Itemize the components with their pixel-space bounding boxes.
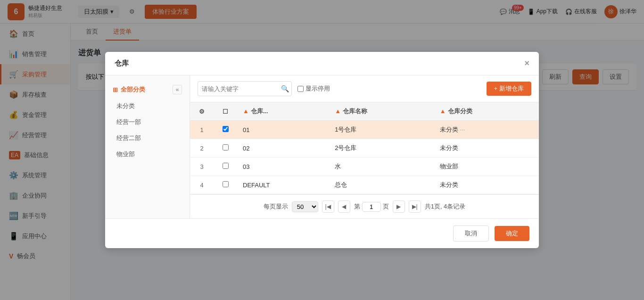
table-row[interactable]: 2 02 2号仓库 未分类 (190, 139, 539, 158)
col-name: ▲仓库名称 (329, 102, 434, 121)
table-header-row: ⚙ ☐ ▲仓库... ▲仓库名称 ▲仓库分类 (190, 102, 539, 121)
data-table: ⚙ ☐ ▲仓库... ▲仓库名称 ▲仓库分类 1 01 1号仓库 未分类 ··· (190, 102, 539, 194)
per-page-label: 每页显示 (264, 202, 288, 211)
row-category: 未分类 (434, 139, 539, 158)
col-settings: ⚙ (190, 102, 214, 121)
row-code: 01 (237, 121, 329, 139)
category-item-dept1[interactable]: 经营一部 (105, 114, 190, 130)
collapse-button[interactable]: « (173, 85, 182, 94)
row-name: 水 (329, 158, 434, 176)
table-panel: 🔍 显示停用 + 新增仓库 ⚙ ☐ (190, 75, 539, 218)
row-index: 4 (190, 176, 214, 194)
next-page-button[interactable]: ▶ (393, 200, 405, 213)
row-menu-button[interactable]: ··· (460, 126, 465, 133)
all-category-label: 全部分类 (121, 85, 145, 94)
page-suffix-label: 页 (383, 202, 389, 211)
cancel-button[interactable]: 取消 (453, 225, 489, 242)
modal-header: 仓库 × (105, 52, 539, 75)
page-size-select: 50 10 20 100 (292, 201, 318, 212)
row-checkbox[interactable] (214, 139, 237, 158)
row-name: 1号仓库 (329, 121, 434, 139)
category-panel: ⊞ 全部分类 « 未分类 经营一部 经营二部 物业部 (105, 75, 190, 218)
modal-overlay: 仓库 × ⊞ 全部分类 « 未分类 经营一部 经营二部 (0, 0, 644, 300)
page-prefix-label: 第 (354, 202, 360, 211)
table-row[interactable]: 3 03 水 物业部 (190, 158, 539, 176)
category-item-dept2[interactable]: 经营二部 (105, 130, 190, 146)
search-icon[interactable]: 🔍 (281, 85, 289, 92)
first-page-button[interactable]: |◀ (322, 200, 334, 213)
col-code: ▲仓库... (237, 102, 329, 121)
category-label-dept2: 经营二部 (116, 134, 141, 142)
all-category-item[interactable]: ⊞ 全部分类 « (105, 81, 190, 98)
total-info: 共1页, 4条记录 (425, 202, 466, 211)
row-checkbox[interactable] (214, 121, 237, 139)
warehouse-modal: 仓库 × ⊞ 全部分类 « 未分类 经营一部 经营二部 (105, 52, 539, 248)
row-category: 未分类 ··· (434, 121, 539, 139)
row-index: 1 (190, 121, 214, 139)
table-row[interactable]: 4 DEFAULT 总仓 未分类 (190, 176, 539, 194)
row-checkbox[interactable] (214, 176, 237, 194)
row-code: 03 (237, 158, 329, 176)
modal-footer: 取消 确定 (105, 218, 539, 248)
col-checkbox: ☐ (214, 102, 237, 121)
row-code: 02 (237, 139, 329, 158)
row-index: 2 (190, 139, 214, 158)
table-toolbar: 🔍 显示停用 + 新增仓库 (190, 75, 539, 102)
show-disabled-area: 显示停用 (297, 84, 330, 93)
row-category: 未分类 (434, 176, 539, 194)
confirm-button[interactable]: 确定 (495, 226, 529, 241)
row-index: 3 (190, 158, 214, 176)
row-checkbox[interactable] (214, 158, 237, 176)
search-input[interactable] (202, 85, 281, 92)
page-size-dropdown[interactable]: 50 10 20 100 (292, 201, 318, 212)
row-name: 2号仓库 (329, 139, 434, 158)
category-item-property[interactable]: 物业部 (105, 146, 190, 162)
category-label-unclassified: 未分类 (116, 102, 135, 109)
search-box: 🔍 (198, 81, 292, 96)
add-warehouse-button[interactable]: + 新增仓库 (487, 82, 531, 96)
last-page-button[interactable]: ▶| (409, 200, 421, 213)
page-number-input[interactable] (362, 202, 381, 212)
row-code: DEFAULT (237, 176, 329, 194)
col-category: ▲仓库分类 (434, 102, 539, 121)
modal-close-button[interactable]: × (524, 58, 529, 68)
pagination-bar: 每页显示 50 10 20 100 |◀ ◀ 第 页 (190, 194, 539, 218)
page-input-area: 第 页 (354, 202, 389, 212)
row-category: 物业部 (434, 158, 539, 176)
table-row[interactable]: 1 01 1号仓库 未分类 ··· (190, 121, 539, 139)
prev-page-button[interactable]: ◀ (338, 200, 350, 213)
show-disabled-label: 显示停用 (305, 84, 330, 93)
row-name: 总仓 (329, 176, 434, 194)
category-label-property: 物业部 (116, 150, 135, 158)
modal-title: 仓库 (115, 59, 129, 68)
modal-body: ⊞ 全部分类 « 未分类 经营一部 经营二部 物业部 (105, 75, 539, 218)
show-disabled-checkbox[interactable] (297, 86, 304, 92)
category-item-unclassified[interactable]: 未分类 (105, 98, 190, 114)
category-label-dept1: 经营一部 (116, 118, 141, 125)
grid-icon: ⊞ (113, 86, 118, 93)
